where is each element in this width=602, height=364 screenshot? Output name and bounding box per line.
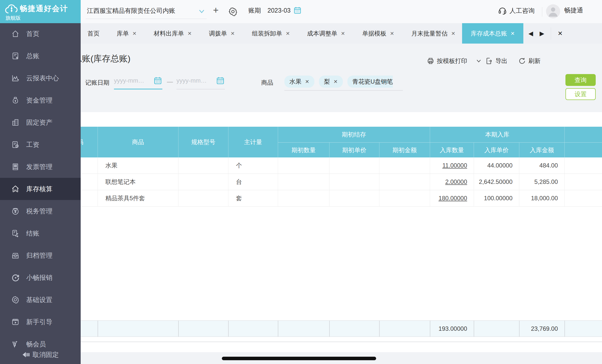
- sidebar-item-13[interactable]: 基础设置: [0, 289, 81, 311]
- table-row-2-cell-extra: [565, 174, 602, 190]
- sidebar-item-label: 固定资产: [26, 118, 52, 127]
- in-qty-link[interactable]: 11.00000: [442, 162, 467, 169]
- in-qty-link[interactable]: 180.00000: [439, 195, 467, 202]
- date-from-placeholder: yyyy-mm…: [114, 77, 144, 84]
- add-account-set-button[interactable]: +: [213, 6, 219, 15]
- summary-cell-in_qty: 193.00000: [430, 320, 474, 337]
- close-icon[interactable]: ✕: [188, 30, 192, 37]
- tab-label: 组装拆卸单: [252, 29, 282, 38]
- date-to-placeholder: yyyy-mm…: [176, 77, 207, 84]
- product-tag-1[interactable]: 水果✕: [284, 76, 314, 88]
- more-tags-indicator[interactable]: …: [381, 76, 389, 84]
- product-filter-field[interactable]: 水果✕梨✕青花瓷U盘钢笔套✕: [284, 76, 393, 88]
- sidebar-item-5[interactable]: 固定资产: [0, 111, 81, 134]
- tabnav-divider: [551, 27, 551, 40]
- chevron-down-icon[interactable]: [198, 8, 205, 15]
- table-row-2-cell-in_amount: 5,285.00: [519, 174, 565, 190]
- horizontal-scrollbar[interactable]: [222, 357, 376, 360]
- headset-icon: [498, 6, 507, 15]
- table-row-1-cell-product: 水果: [98, 157, 178, 174]
- close-icon[interactable]: ✕: [286, 30, 290, 37]
- sidebar-item-11[interactable]: 归档管理: [0, 244, 81, 267]
- remove-tag-icon[interactable]: ✕: [334, 79, 338, 85]
- table-row-1-cell-open_amount: [379, 157, 430, 174]
- close-icon[interactable]: ✕: [231, 30, 235, 37]
- tab-scroll-right[interactable]: ▶: [540, 30, 544, 37]
- calendar-icon[interactable]: [153, 76, 162, 85]
- sidebar-item-3[interactable]: 云报表中心: [0, 67, 81, 89]
- close-all-tabs-button[interactable]: ✕: [558, 30, 563, 37]
- tab-4[interactable]: 调拨单✕: [202, 23, 242, 44]
- cell-value: 台: [236, 178, 242, 186]
- close-icon[interactable]: ✕: [510, 30, 515, 37]
- refresh-button[interactable]: 刷新: [518, 57, 540, 65]
- sidebar-item-2[interactable]: 总账: [0, 45, 81, 67]
- table-row-2-cell-open_amount: [379, 174, 430, 190]
- period-value[interactable]: 2023-03: [267, 7, 291, 14]
- close-icon[interactable]: ✕: [341, 30, 345, 37]
- remove-tag-icon[interactable]: ✕: [305, 79, 309, 85]
- tab-3[interactable]: 材料出库单✕: [147, 23, 199, 44]
- avatar[interactable]: [546, 4, 560, 18]
- product-tag-2[interactable]: 梨✕: [319, 76, 343, 88]
- sidebar-item-label: 工资: [26, 140, 39, 149]
- ledger-icon: [11, 52, 20, 60]
- date-range-separator: —: [167, 78, 173, 85]
- tab-label: 月末批量暂估: [411, 29, 448, 38]
- query-button[interactable]: 查询: [565, 74, 596, 86]
- tab-scroll-left[interactable]: ◀: [528, 30, 533, 37]
- tab-8[interactable]: 月末批量暂估✕: [405, 23, 462, 44]
- tab-1[interactable]: 首页: [81, 23, 106, 44]
- print-by-template-button[interactable]: 按模板打印: [427, 57, 482, 65]
- tag-label: 梨: [324, 78, 330, 86]
- unpin-sidebar-button[interactable]: 取消固定: [0, 348, 81, 361]
- in-qty-link[interactable]: 2.00000: [445, 178, 467, 185]
- table-row-1-cell-in_amount: 484.00: [519, 157, 565, 174]
- chevron-down-icon[interactable]: [476, 58, 482, 64]
- topbar-divider: [542, 7, 542, 17]
- user-name[interactable]: 畅捷通: [564, 6, 583, 14]
- tab-9[interactable]: 库存成本总账✕: [462, 23, 523, 44]
- sidebar-item-14[interactable]: 新手引导: [0, 311, 81, 333]
- close-icon[interactable]: ✕: [451, 30, 456, 37]
- table-row-3-cell-open_qty: [278, 190, 329, 207]
- sidebar-item-6[interactable]: 工资: [0, 134, 81, 156]
- date-from-field[interactable]: yyyy-mm…: [114, 77, 162, 84]
- company-selector[interactable]: 江西服宝精品有限责任公司内账: [87, 7, 175, 15]
- tab-5[interactable]: 组装拆卸单✕: [245, 23, 297, 44]
- company-name: 江西服宝精品有限责任公司内账: [87, 7, 175, 15]
- cell-value: 100.00000: [484, 195, 513, 202]
- table-row-3-cell-extra: [565, 190, 602, 207]
- sidebar-item-9[interactable]: 税务管理: [0, 200, 81, 222]
- calendar-icon[interactable]: [293, 6, 302, 15]
- money-bag-icon: [11, 96, 20, 105]
- calendar-icon[interactable]: [216, 76, 225, 85]
- tab-2[interactable]: 库单✕: [110, 23, 143, 44]
- support-link[interactable]: 人工咨询: [498, 6, 535, 15]
- cell-value: 套: [236, 194, 242, 202]
- close-icon[interactable]: ✕: [390, 30, 394, 37]
- sidebar-item-7[interactable]: 发票管理: [0, 156, 81, 178]
- cell-value: 水果: [105, 161, 117, 170]
- table-row-2-cell-open_qty: [278, 174, 329, 190]
- document-tab-bar: 首页库单✕材料出库单✕调拨单✕组装拆卸单✕成本调整单✕单据模板✕月末批量暂估✕库…: [81, 23, 602, 44]
- sidebar-item-1[interactable]: 首页: [0, 23, 81, 45]
- close-icon[interactable]: ✕: [132, 30, 137, 37]
- date-to-field[interactable]: yyyy-mm…: [176, 77, 225, 84]
- reimburse-icon: [11, 273, 20, 282]
- sidebar-item-8[interactable]: 库存核算: [0, 178, 81, 200]
- page-title: 总账(库存总账): [73, 53, 131, 64]
- cloud-logo-icon: [5, 3, 19, 16]
- summary-cell-unit: [228, 320, 278, 337]
- sidebar-item-label: 结账: [26, 229, 39, 238]
- tab-7[interactable]: 单据模板✕: [355, 23, 401, 44]
- sidebar-item-10[interactable]: 结账: [0, 222, 81, 244]
- tab-6[interactable]: 成本调整单✕: [300, 23, 352, 44]
- sidebar-item-4[interactable]: 资金管理: [0, 89, 81, 111]
- tag-label: 水果: [289, 78, 302, 86]
- gear-icon[interactable]: [228, 7, 238, 16]
- sidebar-item-12[interactable]: 小畅报销: [0, 267, 81, 289]
- settings-button[interactable]: 设置: [565, 88, 596, 100]
- export-button[interactable]: 导出: [485, 57, 507, 65]
- table-row-2-cell-in_qty: 2.00000: [430, 174, 474, 190]
